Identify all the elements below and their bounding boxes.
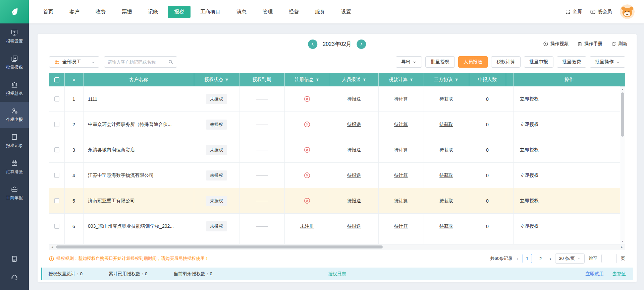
registration-error[interactable]	[304, 172, 310, 178]
person-submit-link[interactable]: 待报送	[347, 147, 361, 153]
sidebar-item-7[interactable]: 工商年报	[0, 180, 29, 206]
jump-page-input[interactable]	[601, 254, 617, 263]
row-select-cell[interactable]	[49, 188, 64, 213]
page-number-2[interactable]: 2	[536, 254, 545, 263]
registration-error[interactable]	[304, 121, 310, 128]
customer-search-input[interactable]	[108, 60, 168, 65]
authorize-now-link[interactable]: 立即授权	[520, 198, 539, 204]
sidebar-bottom-item-2[interactable]	[0, 269, 29, 285]
sidebar-item-5[interactable]: 报税记录	[0, 128, 29, 154]
batch-authorize-button[interactable]: 批量授权	[425, 56, 455, 68]
vertical-scroll-thumb[interactable]	[621, 92, 624, 137]
refresh-link[interactable]: 刷新	[611, 41, 627, 47]
page-prev-arrow[interactable]: ‹	[517, 256, 519, 262]
agreement-link[interactable]: 待获取	[439, 172, 453, 178]
agreement-link[interactable]: 待获取	[439, 96, 453, 102]
menu-item-3[interactable]: 收费	[89, 6, 112, 18]
sidebar-item-1[interactable]: 报税设置	[0, 23, 29, 50]
recharge-link[interactable]: 去充值	[612, 271, 626, 277]
tax-calc-button[interactable]: 税款计算	[491, 56, 521, 68]
prev-month-button[interactable]	[308, 40, 317, 49]
row-checkbox[interactable]	[54, 96, 59, 101]
filter-icon[interactable]	[316, 78, 319, 82]
sidebar-item-3[interactable]: 报税总览	[0, 76, 29, 102]
scroll-left-arrow[interactable]: ◀	[49, 246, 55, 248]
horizontal-scroll-thumb[interactable]	[56, 245, 383, 248]
table-row[interactable]: 4江苏中罡慧海数字物流有限公司未授权———待报送待计算待获取0立即授权	[49, 163, 620, 188]
horizontal-scroll-track[interactable]	[55, 245, 619, 249]
agreement-link[interactable]: 待获取	[439, 198, 453, 204]
authorize-now-link[interactable]: 立即授权	[520, 96, 539, 102]
row-select-cell[interactable]	[49, 137, 64, 162]
page-number-1[interactable]: 1	[523, 254, 532, 263]
search-icon[interactable]	[168, 59, 173, 65]
page-next-arrow[interactable]: ›	[549, 256, 551, 262]
sidebar-item-2[interactable]: 批量报税	[0, 50, 29, 76]
tax-calc-link[interactable]: 待计算	[394, 147, 408, 153]
scroll-right-arrow[interactable]: ▶	[619, 246, 625, 248]
registration-link[interactable]: 未注册	[300, 223, 314, 229]
select-all-cell[interactable]	[49, 73, 64, 86]
menu-item-8[interactable]: 消息	[230, 6, 253, 18]
sidebar-item-4[interactable]: 个税申报	[0, 102, 29, 128]
menu-item-9[interactable]: 管理	[256, 6, 279, 18]
export-button[interactable]: 导出	[396, 56, 422, 68]
table-row[interactable]: 2中审众环会计师事务所（特殊普通合伙...未授权———待报送待计算待获取0立即授…	[49, 112, 620, 137]
batch-declare-button[interactable]: 批量申报	[524, 56, 553, 68]
menu-item-10[interactable]: 经营	[282, 6, 305, 18]
scroll-down-arrow[interactable]: ▼	[620, 239, 625, 244]
menu-item-5[interactable]: 记账	[142, 6, 164, 18]
authorize-now-link[interactable]: 立即授权	[520, 122, 539, 128]
app-logo[interactable]	[0, 0, 29, 23]
authorize-now-link[interactable]: 立即授权	[520, 147, 539, 153]
row-checkbox[interactable]	[54, 198, 59, 203]
member-button[interactable]: 畅会员	[590, 9, 612, 15]
next-month-button[interactable]	[357, 40, 366, 49]
table-settings-cell[interactable]	[64, 73, 83, 86]
registration-error[interactable]	[304, 198, 310, 204]
menu-item-4[interactable]: 票据	[115, 6, 138, 18]
agreement-link[interactable]: 待获取	[439, 223, 453, 229]
page-size-select[interactable]: 30 条/页	[555, 253, 585, 264]
auth-log-link[interactable]: 授权日志	[328, 271, 346, 277]
sidebar-item-6[interactable]: 汇算清缴	[0, 154, 29, 180]
filter-icon[interactable]	[363, 78, 366, 82]
row-select-cell[interactable]	[49, 163, 64, 188]
registration-error[interactable]	[304, 96, 310, 102]
scroll-up-arrow[interactable]: ▲	[620, 87, 625, 92]
fullscreen-button[interactable]: 全屏	[565, 9, 582, 15]
row-checkbox[interactable]	[54, 224, 59, 229]
filter-icon[interactable]	[455, 78, 459, 82]
tax-calc-link[interactable]: 待计算	[394, 96, 408, 102]
tax-calc-link[interactable]: 待计算	[394, 122, 408, 128]
menu-item-12[interactable]: 设置	[335, 6, 358, 18]
menu-item-7[interactable]: 工商项目	[194, 6, 227, 18]
employee-filter-arrow[interactable]	[87, 57, 99, 67]
authorize-now-link[interactable]: 立即授权	[520, 223, 539, 229]
operation-video-link[interactable]: 操作视频	[543, 41, 569, 47]
registration-error[interactable]	[304, 147, 310, 153]
operation-manual-link[interactable]: 操作手册	[577, 41, 602, 47]
row-select-cell[interactable]	[49, 214, 64, 239]
batch-pay-button[interactable]: 批量缴费	[557, 56, 586, 68]
vertical-scrollbar[interactable]: ▲ ▼	[620, 86, 625, 244]
select-all-checkbox[interactable]	[54, 77, 59, 82]
table-row[interactable]: 6003_凉山州零点职业技能培训学校_202...未授权———未注册待报送待计算…	[49, 214, 620, 239]
batch-operation-button[interactable]: 批量操作	[590, 56, 625, 68]
horizontal-scrollbar[interactable]: ◀ ▶	[49, 244, 625, 249]
person-submit-button[interactable]: 人员报送	[458, 56, 488, 68]
filter-icon[interactable]	[225, 78, 229, 82]
table-row[interactable]: 3永清县城内润恒商贸店未授权———待报送待计算待获取0立即授权	[49, 137, 620, 163]
row-select-cell[interactable]	[49, 86, 64, 112]
row-checkbox[interactable]	[54, 122, 59, 127]
user-avatar[interactable]	[620, 4, 635, 19]
person-submit-link[interactable]: 待报送	[347, 96, 361, 102]
row-checkbox[interactable]	[54, 147, 59, 152]
authorize-now-link[interactable]: 立即授权	[520, 172, 539, 178]
person-submit-link[interactable]: 待报送	[347, 223, 361, 229]
employee-filter-select[interactable]: 全部员工	[49, 56, 99, 68]
menu-item-1[interactable]: 首页	[37, 6, 60, 18]
person-submit-link[interactable]: 待报送	[347, 172, 361, 178]
sidebar-bottom-item-1[interactable]	[0, 251, 29, 267]
tax-calc-link[interactable]: 待计算	[394, 172, 408, 178]
